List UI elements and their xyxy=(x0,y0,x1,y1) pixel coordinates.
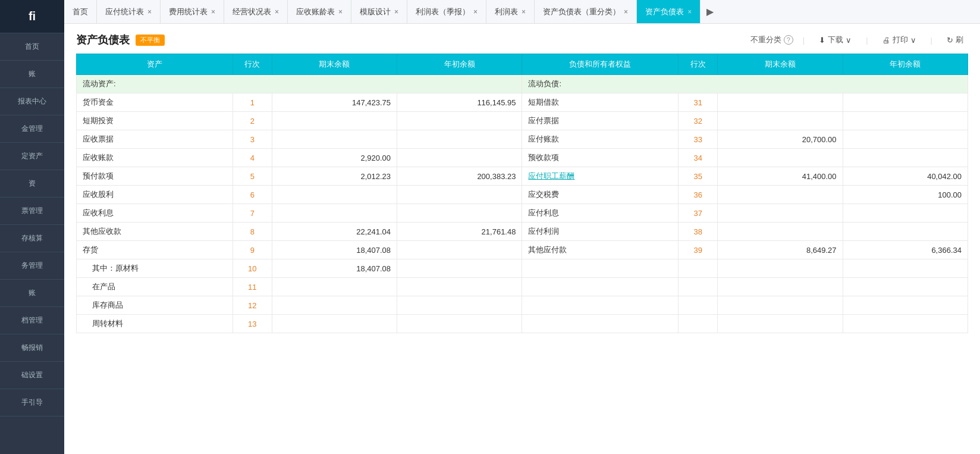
refresh-button[interactable]: ↻ 刷 xyxy=(942,32,968,48)
begin-balance: 116,145.95 xyxy=(397,93,522,112)
download-chevron-icon: ∨ xyxy=(846,36,852,45)
help-icon[interactable]: ? xyxy=(784,35,793,45)
print-button[interactable]: 🖨 打印 ∨ xyxy=(878,32,921,48)
table-row[interactable]: 应收账款 4 2,920.00 预收款项 34 xyxy=(77,149,968,167)
end-balance: 147,423.75 xyxy=(272,93,397,112)
begin-balance2 xyxy=(843,93,968,112)
sidebar-item-investment[interactable]: 资 xyxy=(0,170,64,198)
table-row[interactable]: 货币资金 1 147,423.75 116,145.95 短期借款 31 xyxy=(77,93,968,112)
table-row[interactable]: 库存商品 12 xyxy=(77,296,968,315)
content-area: 资产负债表 不平衡 不重分类 ? | ⬇ 下载 ∨ | 🖨 打印 ∨ xyxy=(64,24,980,454)
main-area: 首页 应付统计表 × 费用统计表 × 经营状况表 × 应收账龄表 × 模版设计 … xyxy=(64,0,980,454)
sidebar-item-guide[interactable]: 手引导 xyxy=(0,389,64,417)
sidebar-item-report-center[interactable]: 报表中心 xyxy=(0,88,64,115)
header-row-num2: 行次 xyxy=(679,54,718,75)
tab-expense-summary[interactable]: 费用统计表 × xyxy=(161,0,224,24)
header-asset: 资产 xyxy=(77,54,233,75)
header-begin-balance2: 年初余额 xyxy=(843,54,968,75)
page-actions: 不重分类 ? | ⬇ 下载 ∨ | 🖨 打印 ∨ | ↻ 刷 xyxy=(750,32,968,48)
header-liability: 负债和所有者权益 xyxy=(522,54,679,75)
tab-balance-sheet[interactable]: 资产负债表 × xyxy=(637,0,701,24)
balance-sheet-table: 资产 行次 期末余额 年初余额 负债和所有者权益 行次 期末余额 年初余额 流动… xyxy=(76,54,968,333)
section-label-assets: 流动资产: xyxy=(77,75,522,93)
tab-balance-reclassified[interactable]: 资产负债表（重分类） × xyxy=(535,0,637,24)
tab-nav-arrow[interactable]: ▶ xyxy=(701,6,720,17)
sidebar-item-settings[interactable]: 础设置 xyxy=(0,362,64,389)
table-row[interactable]: 其中：原材料 10 18,407.08 xyxy=(77,259,968,278)
table-row[interactable]: 其他应收款 8 22,241.04 21,761.48 应付利润 38 xyxy=(77,223,968,241)
close-tab-balance-reclassified[interactable]: × xyxy=(624,8,628,16)
close-tab-ar-aging[interactable]: × xyxy=(338,8,343,16)
sidebar-item-tax[interactable]: 务管理 xyxy=(0,252,64,280)
separator3: | xyxy=(931,36,932,45)
header-begin-balance: 年初余额 xyxy=(397,54,522,75)
sidebar-item-account[interactable]: 账 xyxy=(0,61,64,88)
table-container: 资产 行次 期末余额 年初余额 负债和所有者权益 行次 期末余额 年初余额 流动… xyxy=(64,54,980,345)
sidebar-item-home[interactable]: 首页 xyxy=(0,33,64,61)
table-row[interactable]: 预付款项 5 2,012.23 200,383.23 应付职工薪酬 35 41,… xyxy=(77,167,968,186)
sidebar-item-invoice[interactable]: 票管理 xyxy=(0,198,64,225)
unbalanced-badge: 不平衡 xyxy=(136,35,165,46)
close-tab-template-design[interactable]: × xyxy=(394,8,398,16)
download-icon: ⬇ xyxy=(819,36,825,45)
sidebar-item-archive[interactable]: 档管理 xyxy=(0,307,64,334)
sidebar-logo: fi xyxy=(0,0,64,33)
tab-profit-quarterly[interactable]: 利润表（季报） × xyxy=(407,0,486,24)
sidebar-item-fixed-assets[interactable]: 定资产 xyxy=(0,143,64,170)
asset-name: 货币资金 xyxy=(77,93,233,112)
table-row[interactable]: 应收股利 6 应交税费 36 100.00 xyxy=(77,186,968,204)
tab-bar: 首页 应付统计表 × 费用统计表 × 经营状况表 × 应收账龄表 × 模版设计 … xyxy=(64,0,980,24)
liability-name: 短期借款 xyxy=(522,93,679,112)
tab-ap-summary[interactable]: 应付统计表 × xyxy=(97,0,161,24)
sidebar-item-ledger[interactable]: 账 xyxy=(0,280,64,307)
table-row[interactable]: 存货 9 18,407.08 其他应付款 39 8,649.27 6,366.3… xyxy=(77,241,968,259)
header-row-num: 行次 xyxy=(233,54,272,75)
table-row[interactable]: 在产品 11 xyxy=(77,278,968,296)
page-title: 资产负债表 xyxy=(76,33,130,47)
section-header-current-assets: 流动资产: 流动负债: xyxy=(77,75,968,93)
tab-operations[interactable]: 经营状况表 × xyxy=(224,0,288,24)
sidebar-item-fund[interactable]: 金管理 xyxy=(0,115,64,143)
table-row[interactable]: 应收票据 3 应付账款 33 20,700.00 xyxy=(77,130,968,149)
page-title-area: 资产负债表 不平衡 xyxy=(76,33,165,47)
tab-ar-aging[interactable]: 应收账龄表 × xyxy=(288,0,351,24)
separator1: | xyxy=(803,36,805,45)
header-end-balance2: 期末余额 xyxy=(718,54,843,75)
close-tab-balance-sheet[interactable]: × xyxy=(687,8,692,16)
row-num2: 31 xyxy=(679,93,718,112)
download-button[interactable]: ⬇ 下载 ∨ xyxy=(814,32,856,48)
refresh-icon: ↻ xyxy=(947,36,953,45)
close-tab-ap-summary[interactable]: × xyxy=(147,8,152,16)
print-icon: 🖨 xyxy=(882,36,890,45)
sidebar-item-inventory[interactable]: 存核算 xyxy=(0,225,64,252)
close-tab-profit[interactable]: × xyxy=(522,8,526,16)
page-header: 资产负债表 不平衡 不重分类 ? | ⬇ 下载 ∨ | 🖨 打印 ∨ xyxy=(64,24,980,54)
sidebar: fi 首页 账 报表中心 金管理 定资产 资 票管理 存核算 务管理 账 档管理… xyxy=(0,0,64,454)
end-balance2 xyxy=(718,93,843,112)
tab-template-design[interactable]: 模版设计 × xyxy=(351,0,407,24)
tab-profit[interactable]: 利润表 × xyxy=(486,0,535,24)
tab-home[interactable]: 首页 xyxy=(64,0,97,24)
print-chevron-icon: ∨ xyxy=(910,36,916,45)
table-row[interactable]: 应收利息 7 应付利息 37 xyxy=(77,204,968,223)
table-row[interactable]: 周转材料 13 xyxy=(77,315,968,333)
close-tab-operations[interactable]: × xyxy=(275,8,279,16)
close-tab-expense-summary[interactable]: × xyxy=(211,8,215,16)
table-row[interactable]: 短期投资 2 应付票据 32 xyxy=(77,112,968,130)
row-num: 1 xyxy=(233,93,272,112)
close-tab-profit-quarterly[interactable]: × xyxy=(473,8,478,16)
sidebar-item-expense[interactable]: 畅报销 xyxy=(0,334,64,362)
section-label-liabilities: 流动负债: xyxy=(522,75,968,93)
no-classify-option[interactable]: 不重分类 ? xyxy=(750,35,793,45)
separator2: | xyxy=(866,36,868,45)
header-end-balance: 期末余额 xyxy=(272,54,397,75)
